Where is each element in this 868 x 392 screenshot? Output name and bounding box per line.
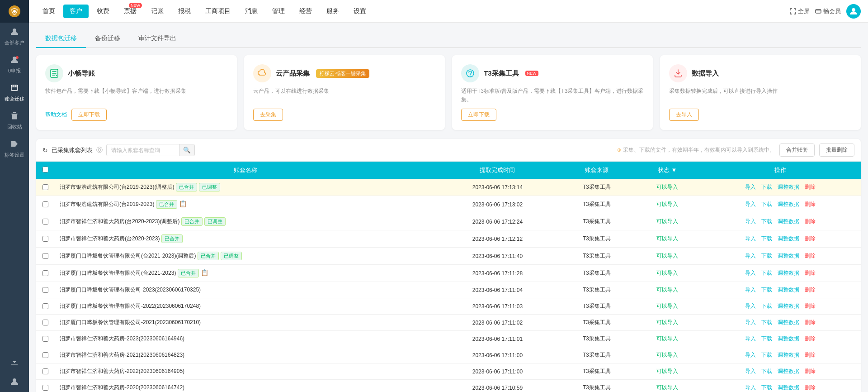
row-action-import[interactable]: 导入 (745, 335, 756, 343)
row-action-delete[interactable]: 删除 (805, 235, 816, 243)
row-action-delete[interactable]: 删除 (805, 302, 816, 310)
row-action-download[interactable]: 下载 (761, 302, 772, 310)
row-action-adjust[interactable]: 调整数据 (778, 302, 799, 310)
row-action-adjust[interactable]: 调整数据 (778, 368, 799, 375)
topnav-item-business[interactable]: 工商项目 (199, 5, 237, 18)
row-action-import[interactable]: 导入 (745, 302, 756, 310)
topnav-item-home[interactable]: 首页 (36, 5, 61, 18)
row-action-download[interactable]: 下载 (761, 351, 772, 359)
topnav-item-fees[interactable]: 收费 (90, 5, 116, 18)
row-checkbox[interactable] (42, 184, 48, 190)
row-checkbox[interactable] (42, 385, 48, 391)
topnav-item-accounting[interactable]: 记账 (145, 5, 170, 18)
merge-btn[interactable]: 合并账套 (779, 143, 815, 157)
row-checkbox[interactable] (42, 336, 48, 342)
row-action-adjust[interactable]: 调整数据 (778, 183, 799, 191)
row-action-download[interactable]: 下载 (761, 183, 772, 191)
row-action-delete[interactable]: 删除 (805, 183, 816, 191)
row-action-download[interactable]: 下载 (761, 368, 772, 375)
row-action-delete[interactable]: 删除 (805, 351, 816, 359)
row-action-import[interactable]: 导入 (745, 319, 756, 326)
row-action-download[interactable]: 下载 (761, 319, 772, 326)
row-action-delete[interactable]: 删除 (805, 286, 816, 294)
row-action-adjust[interactable]: 调整数据 (778, 384, 799, 392)
select-all-checkbox[interactable] (42, 167, 48, 172)
row-action-download[interactable]: 下载 (761, 384, 772, 392)
refresh-icon[interactable]: ↻ (42, 147, 48, 154)
topnav-item-messages[interactable]: 消息 (239, 5, 264, 18)
t3-download-btn[interactable]: 立即下载 (461, 109, 496, 121)
row-action-download[interactable]: 下载 (761, 335, 772, 343)
row-checkbox[interactable] (42, 270, 48, 276)
row-checkbox[interactable] (42, 201, 48, 207)
row-action-delete[interactable]: 删除 (805, 335, 816, 343)
row-action-import[interactable]: 导入 (745, 286, 756, 294)
row-action-adjust[interactable]: 调整数据 (778, 286, 799, 294)
row-action-adjust[interactable]: 调整数据 (778, 252, 799, 260)
row-action-download[interactable]: 下载 (761, 218, 772, 225)
search-input[interactable] (107, 145, 179, 156)
row-action-delete[interactable]: 删除 (805, 218, 816, 225)
row-action-download[interactable]: 下载 (761, 269, 772, 277)
tab-audit-export[interactable]: 审计文件导出 (129, 30, 185, 48)
hint-icon[interactable]: ⓪ (96, 146, 103, 154)
sidebar-item-account-migrate[interactable]: 账套迁移 (0, 79, 29, 107)
row-action-import[interactable]: 导入 (745, 368, 756, 375)
topnav-item-operation[interactable]: 经营 (293, 5, 318, 18)
row-action-adjust[interactable]: 调整数据 (778, 335, 799, 343)
row-action-import[interactable]: 导入 (745, 235, 756, 243)
row-action-delete[interactable]: 删除 (805, 368, 816, 375)
row-action-adjust[interactable]: 调整数据 (778, 235, 799, 243)
row-action-import[interactable]: 导入 (745, 351, 756, 359)
row-action-import[interactable]: 导入 (745, 252, 756, 260)
tab-backup-migrate[interactable]: 备份迁移 (86, 30, 129, 48)
copy-icon[interactable]: 📋 (201, 269, 208, 276)
row-checkbox[interactable] (42, 320, 48, 325)
row-checkbox[interactable] (42, 352, 48, 358)
row-action-adjust[interactable]: 调整数据 (778, 201, 799, 208)
row-action-import[interactable]: 导入 (745, 269, 756, 277)
user-avatar[interactable] (846, 4, 861, 19)
sidebar-item-download[interactable] (0, 353, 29, 373)
row-action-delete[interactable]: 删除 (805, 269, 816, 277)
cloud-collect-special-badge[interactable]: 柠檬云·畅客一键采集 (316, 69, 369, 78)
row-action-import[interactable]: 导入 (745, 384, 756, 392)
topnav-item-service[interactable]: 服务 (320, 5, 345, 18)
row-checkbox[interactable] (42, 287, 48, 293)
batch-delete-btn[interactable]: 批量删除 (819, 143, 854, 157)
row-action-import[interactable]: 导入 (745, 183, 756, 191)
row-checkbox[interactable] (42, 303, 48, 309)
tab-data-migrate[interactable]: 数据包迁移 (36, 30, 86, 48)
fullscreen-btn[interactable]: 全屏 (790, 7, 810, 15)
topnav-item-tax[interactable]: 报税 (172, 5, 197, 18)
vip-btn[interactable]: 畅会员 (815, 7, 841, 15)
row-action-import[interactable]: 导入 (745, 218, 756, 225)
row-action-adjust[interactable]: 调整数据 (778, 218, 799, 225)
row-action-delete[interactable]: 删除 (805, 201, 816, 208)
cloud-collect-btn[interactable]: 去采集 (253, 109, 283, 121)
data-import-btn[interactable]: 去导入 (669, 109, 699, 121)
row-action-adjust[interactable]: 调整数据 (778, 269, 799, 277)
topnav-item-tickets[interactable]: 票据 new (118, 5, 143, 18)
sidebar-item-recycle[interactable]: 回收站 (0, 107, 29, 135)
sidebar-item-tag-settings[interactable]: 标签设置 (0, 135, 29, 163)
xiaochange-help-link[interactable]: 帮助文档 (45, 111, 67, 119)
row-action-import[interactable]: 导入 (745, 201, 756, 208)
copy-icon[interactable]: 📋 (179, 200, 187, 207)
sidebar-item-user-profile[interactable] (0, 373, 29, 392)
xiaochange-download-btn[interactable]: 立即下载 (71, 109, 107, 121)
row-checkbox[interactable] (42, 236, 48, 242)
row-action-adjust[interactable]: 调整数据 (778, 351, 799, 359)
row-checkbox[interactable] (42, 219, 48, 225)
row-action-download[interactable]: 下载 (761, 201, 772, 208)
sidebar-item-zero-report[interactable]: 0 0申报 (0, 51, 29, 79)
row-action-delete[interactable]: 删除 (805, 384, 816, 392)
topnav-item-clients[interactable]: 客户 (63, 5, 89, 18)
row-action-download[interactable]: 下载 (761, 235, 772, 243)
row-checkbox[interactable] (42, 368, 48, 374)
row-action-delete[interactable]: 删除 (805, 319, 816, 326)
row-action-download[interactable]: 下载 (761, 286, 772, 294)
topnav-item-manage[interactable]: 管理 (266, 5, 291, 18)
sidebar-item-all-clients[interactable]: 全部客户 (0, 23, 29, 51)
search-button[interactable]: 🔍 (179, 144, 194, 156)
